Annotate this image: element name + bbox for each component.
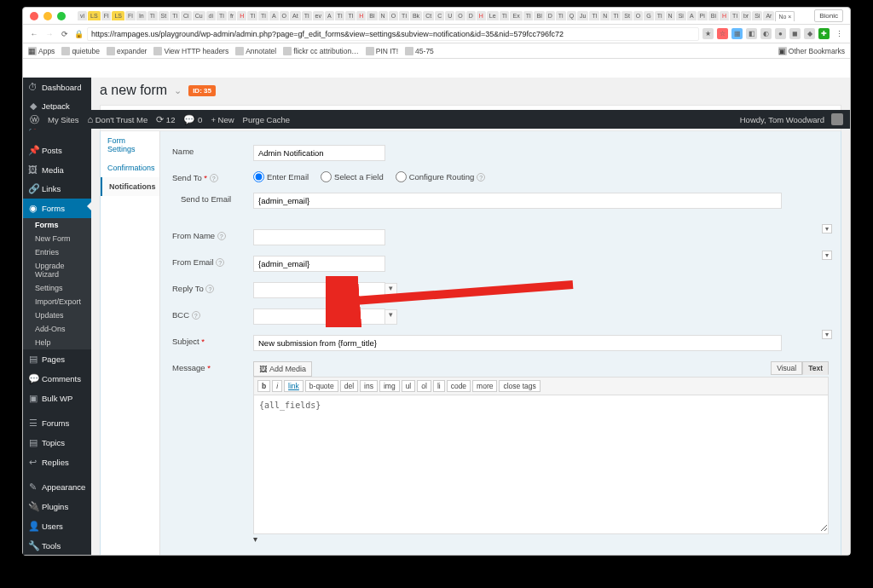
qt-link[interactable]: link	[284, 380, 304, 392]
close-window[interactable]	[30, 12, 38, 20]
submenu-settings[interactable]: Settings	[23, 281, 91, 295]
help-icon[interactable]: ?	[216, 258, 224, 267]
subject-input[interactable]	[253, 335, 782, 351]
menu-links[interactable]: 🔗Links	[23, 179, 91, 199]
merge-tag-button[interactable]: ▾	[253, 534, 257, 544]
submenu-help[interactable]: Help	[23, 336, 91, 349]
menu-topics[interactable]: ▤Topics	[23, 433, 91, 453]
qt-ol[interactable]: ol	[417, 380, 431, 392]
ext-icon[interactable]: ●	[775, 28, 786, 39]
submenu-entries[interactable]: Entries	[23, 245, 91, 259]
reply-to-input[interactable]	[253, 282, 385, 298]
bookmark-item[interactable]: 45-75	[405, 47, 434, 55]
add-media-button[interactable]: 🖼Add Media	[253, 361, 312, 377]
qt-more[interactable]: more	[472, 380, 497, 392]
send-to-email-input[interactable]	[253, 193, 782, 209]
from-name-input[interactable]	[253, 229, 385, 245]
qt-closetags[interactable]: close tags	[499, 380, 540, 392]
qt-i[interactable]: i	[272, 380, 282, 392]
form-switcher-icon[interactable]: ⌄	[174, 85, 182, 96]
qt-b[interactable]: b	[257, 380, 270, 392]
qt-del[interactable]: del	[340, 380, 358, 392]
zoom-window[interactable]	[57, 12, 66, 20]
help-icon[interactable]: ?	[192, 311, 200, 320]
menu-pages[interactable]: ▤Pages	[23, 349, 91, 369]
sendto-configure-routing[interactable]: Configure Routing ?	[396, 171, 486, 182]
qt-code[interactable]: code	[447, 380, 471, 392]
active-tab[interactable]: No ×	[775, 11, 795, 21]
qt-bquote[interactable]: b-quote	[305, 380, 338, 392]
merge-tag-button[interactable]: ▾	[385, 283, 397, 298]
from-email-input[interactable]	[253, 256, 385, 272]
subnav-notifications[interactable]: Notifications	[101, 177, 159, 196]
submenu-addons[interactable]: Add-Ons	[23, 322, 91, 336]
submenu-import[interactable]: Import/Export	[23, 295, 91, 308]
menu-posts[interactable]: 📌Posts	[23, 141, 91, 160]
qt-ul[interactable]: ul	[402, 380, 416, 392]
menu-forums[interactable]: ☰Forums	[23, 413, 91, 433]
bookmark-item[interactable]: quietube	[61, 47, 100, 55]
sendto-enter-email[interactable]: Enter Email	[253, 171, 309, 182]
ext-icon[interactable]: ▦	[731, 28, 743, 39]
forward-button[interactable]: →	[43, 28, 55, 40]
menu-appearance[interactable]: ✎Appearance	[23, 477, 91, 497]
ext-icon[interactable]: ◐	[760, 28, 772, 39]
editor-tab-text[interactable]: Text	[802, 361, 829, 375]
howdy-user[interactable]: Howdy, Tom Woodward	[740, 115, 824, 124]
my-sites-link[interactable]: My Sites	[48, 115, 78, 124]
sendto-select-field[interactable]: Select a Field	[321, 171, 384, 182]
name-input[interactable]	[253, 145, 385, 161]
submenu-updates[interactable]: Updates	[23, 308, 91, 322]
qt-li[interactable]: li	[433, 380, 445, 392]
comments-link[interactable]: 💬 0	[183, 114, 202, 125]
subnav-confirmations[interactable]: Confirmations	[101, 159, 159, 177]
editor-tab-visual[interactable]: Visual	[771, 361, 802, 375]
menu-tools[interactable]: 🔧Tools	[23, 536, 91, 555]
profile-badge[interactable]: Bionic	[814, 9, 843, 22]
bookmark-item[interactable]: flickr cc attribution…	[283, 47, 359, 55]
bookmark-item[interactable]: Annotatel	[235, 47, 276, 55]
help-icon[interactable]: ?	[210, 174, 218, 182]
updates-link[interactable]: ⟳ 12	[156, 114, 175, 125]
bookmark-item[interactable]: PIN IT!	[366, 47, 398, 55]
avatar[interactable]	[831, 113, 843, 125]
submenu-newform[interactable]: New Form	[23, 232, 91, 245]
menu-icon[interactable]: ⋮	[833, 28, 845, 40]
menu-media[interactable]: 🖼Media	[23, 160, 91, 179]
help-icon[interactable]: ?	[217, 232, 226, 240]
url-field[interactable]: https://rampages.us/playground/wp-admin/…	[87, 27, 699, 41]
ext-icon[interactable]: ◼	[789, 28, 801, 39]
menu-comments[interactable]: 💬Comments	[23, 369, 91, 389]
bookmark-item[interactable]: expander	[107, 47, 147, 55]
merge-tag-button[interactable]: ▾	[385, 309, 397, 325]
qt-img[interactable]: img	[379, 380, 400, 392]
subnav-form-settings[interactable]: Form Settings	[101, 131, 159, 159]
reload-button[interactable]: ⟳	[59, 28, 71, 40]
menu-replies[interactable]: ↩Replies	[23, 453, 91, 472]
merge-tag-button[interactable]: ▾	[822, 251, 832, 260]
wp-logo-icon[interactable]: ⓦ	[30, 113, 39, 126]
ext-icon[interactable]: ◆	[804, 28, 815, 39]
menu-users[interactable]: 👤Users	[23, 516, 91, 536]
ext-icon[interactable]: ★	[702, 28, 714, 39]
apps-shortcut[interactable]: ▦Apps	[28, 47, 55, 55]
submenu-forms[interactable]: Forms	[23, 218, 91, 232]
minimize-window[interactable]	[43, 12, 52, 20]
new-content-link[interactable]: + New	[211, 115, 234, 124]
help-icon[interactable]: ?	[205, 285, 214, 293]
site-name-link[interactable]: ⌂ Don't Trust Me	[87, 114, 147, 124]
ext-icon[interactable]: ✚	[818, 28, 830, 39]
menu-bulkwp[interactable]: ▣Bulk WP	[23, 389, 91, 408]
other-bookmarks[interactable]: ▣Other Bookmarks	[778, 47, 845, 55]
back-button[interactable]: ←	[28, 28, 40, 40]
menu-dashboard[interactable]: ⏱Dashboard	[23, 78, 91, 96]
bookmark-item[interactable]: View HTTP headers	[153, 47, 228, 55]
menu-plugins[interactable]: 🔌Plugins	[23, 497, 91, 516]
qt-ins[interactable]: ins	[360, 380, 378, 392]
menu-forms[interactable]: ◉Forms	[23, 199, 91, 218]
ext-icon[interactable]: ☆	[717, 28, 728, 39]
message-textarea[interactable]	[254, 395, 828, 532]
submenu-upgrade[interactable]: Upgrade Wizard	[23, 259, 91, 281]
merge-tag-button[interactable]: ▾	[822, 330, 832, 339]
purge-cache-link[interactable]: Purge Cache	[243, 115, 290, 124]
